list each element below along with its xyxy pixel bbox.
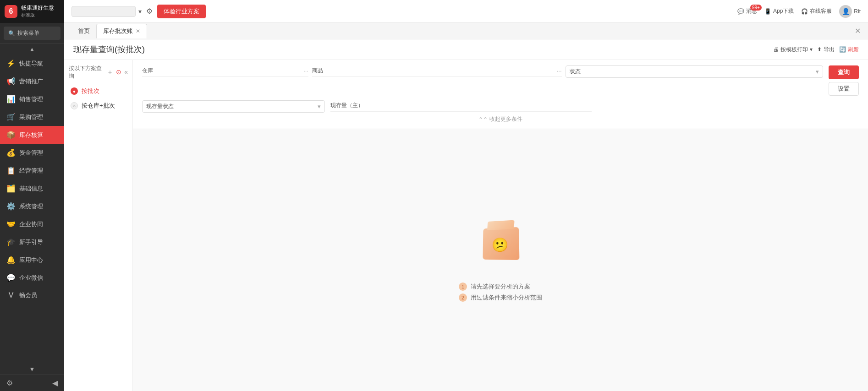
trial-button[interactable]: 体验行业方案 [157,5,206,18]
app-download-label: App下载 [773,7,794,15]
sidebar-item-newbie[interactable]: 🎓 新手引导 [0,233,64,251]
quick-nav-icon: ⚡ [6,59,16,68]
sidebar-scroll-down[interactable]: ▼ [0,364,64,375]
print-dropdown-icon: ▾ [810,46,813,53]
sidebar-item-label: 基础信息 [19,185,43,193]
app-name: 畅康通好生意 [21,5,54,12]
scheme-item-warehouse-batch[interactable]: ○ 按仓库+批次 [64,98,132,113]
search-menu-button[interactable]: 🔍 搜索菜单 [4,27,60,40]
sidebar-item-finance[interactable]: 💰 资金管理 [0,144,64,162]
filter-collapse-button[interactable]: ⌃⌃ 收起更多条件 [142,115,859,123]
scheme-warehouse-batch-label: 按仓库+批次 [82,102,115,110]
page-title: 现存量查询(按批次) [73,44,145,55]
sidebar: 6 畅康通好生意 标准版 🔍 搜索菜单 ▲ ⚡ 快捷导航 📢 营销推广 📊 销售… [0,0,64,391]
sidebar-item-purchase[interactable]: 🛒 采购管理 [0,108,64,126]
user-menu[interactable]: 👤 Rit [839,5,861,18]
messages-button[interactable]: 💬 消息 99+ [737,7,757,15]
print-button[interactable]: 🖨 按模板打印 ▾ [773,46,813,54]
sidebar-item-sales[interactable]: 📊 销售管理 [0,90,64,108]
operations-icon: 📋 [6,166,16,175]
sidebar-item-label: 采购管理 [19,113,43,121]
stock-status-label: 现存量状态 [146,103,174,110]
sidebar-item-appstore[interactable]: 🔔 应用中心 [0,251,64,269]
stock-qty-from-input[interactable] [367,102,473,109]
app-download-button[interactable]: 📱 App下载 [764,7,794,15]
tip-text-1: 请先选择要分析的方案 [471,282,530,291]
right-panel: 仓库 ··· 商品 ··· [133,60,868,391]
sidebar-item-inventory[interactable]: 📦 库存核算 [0,126,64,144]
topbar-search-input[interactable] [71,6,136,17]
left-panel-actions: ＋ ⊙ « [107,68,128,76]
toggle-sidebar-icon[interactable]: ◀ [52,379,58,387]
sidebar-item-label: 销售管理 [19,95,43,103]
tip-num-1: 1 [459,282,467,291]
sidebar-item-label: 企业微信 [19,274,43,282]
product-more-icon[interactable]: ··· [557,67,562,74]
scheme-item-batch[interactable]: ● 按批次 [64,84,132,98]
tip-text-2: 用过滤条件来缩小分析范围 [471,293,542,302]
sidebar-item-system[interactable]: ⚙️ 系统管理 [0,197,64,215]
export-icon: ⬆ [817,46,822,53]
warehouse-input[interactable] [155,67,302,74]
sales-icon: 📊 [6,95,16,103]
sidebar-item-basic[interactable]: 🗂️ 基础信息 [0,179,64,197]
query-button[interactable]: 查询 [829,65,859,79]
target-scheme-icon[interactable]: ⊙ [116,68,121,76]
tab-close-icon[interactable]: ✕ [136,28,140,34]
close-panel-btn[interactable]: ✕ [855,27,861,35]
customer-service-button[interactable]: 🎧 在线客服 [801,7,832,15]
sidebar-item-marketing[interactable]: 📢 营销推广 [0,72,64,90]
inventory-icon: 📦 [6,130,16,139]
app-title-block: 畅康通好生意 标准版 [21,5,54,18]
settings-icon[interactable]: ⚙ [6,379,13,387]
sidebar-item-vip[interactable]: V 畅会员 [0,287,64,304]
stock-qty-to-input[interactable] [486,102,592,109]
refresh-icon: 🔄 [839,46,846,53]
headset-icon: 🎧 [801,8,808,15]
status-label: 状态 [570,68,581,76]
scheme-batch-label: 按批次 [82,87,99,95]
username-label: Rit [854,8,861,15]
collab-icon: 🤝 [6,220,16,228]
empty-tip-1: 1 请先选择要分析的方案 [459,282,542,291]
marketing-icon: 📢 [6,77,16,86]
avatar-icon: 👤 [842,8,850,15]
sidebar-scroll-up[interactable]: ▲ [0,44,64,54]
warehouse-label: 仓库 [142,67,153,75]
sidebar-item-quick-nav[interactable]: ⚡ 快捷导航 [0,54,64,72]
sidebar-item-wechat[interactable]: 💬 企业微信 [0,269,64,287]
messages-badge: 99+ [750,5,762,11]
product-input[interactable] [325,67,555,74]
tab-home-label: 首页 [78,27,90,35]
left-panel: 按以下方案查询 ＋ ⊙ « ● 按批次 ○ 按仓库+批次 [64,60,133,391]
sidebar-item-collab[interactable]: 🤝 企业协同 [0,215,64,233]
empty-illustration: 😕 [473,218,528,273]
left-panel-header: 按以下方案查询 ＋ ⊙ « [64,65,132,84]
add-scheme-icon[interactable]: ＋ [107,68,113,76]
sidebar-item-label: 应用中心 [19,256,43,264]
sidebar-item-label: 系统管理 [19,202,43,211]
empty-face-icon: 😕 [491,237,508,253]
collapse-panel-icon[interactable]: « [124,68,128,76]
sidebar-item-operations[interactable]: 📋 经营管理 [0,162,64,179]
warehouse-more-icon[interactable]: ··· [303,67,308,74]
sidebar-item-label: 新手引导 [19,238,43,246]
topbar-actions: 💬 消息 99+ 📱 App下载 🎧 在线客服 👤 Rit [737,5,861,18]
scheme-batch-dot: ● [71,87,78,95]
search-icon: 🔍 [8,30,15,37]
left-panel-title: 按以下方案查询 [69,65,107,80]
tab-inventory-batch[interactable]: 库存批次账 ✕ [96,24,147,38]
refresh-button[interactable]: 🔄 刷新 [839,46,859,54]
tab-home[interactable]: 首页 [71,24,96,38]
tab-inventory-batch-label: 库存批次账 [103,27,133,35]
topbar-dropdown-icon[interactable]: ▾ [138,8,142,15]
page-header-actions: 🖨 按模板打印 ▾ ⬆ 导出 🔄 刷新 [773,46,859,54]
message-icon: 💬 [737,8,744,15]
stock-status-dropdown-icon: ▾ [318,103,321,110]
export-button[interactable]: ⬆ 导出 [817,46,835,54]
settings-button[interactable]: 设置 [829,82,859,96]
topbar-settings-icon[interactable]: ⚙ [146,7,153,16]
appstore-icon: 🔔 [6,255,16,264]
topbar: ▾ ⚙ 体验行业方案 💬 消息 99+ 📱 App下载 🎧 在线客服 👤 [64,0,868,23]
page-header: 现存量查询(按批次) 🖨 按模板打印 ▾ ⬆ 导出 🔄 刷新 [64,39,868,60]
